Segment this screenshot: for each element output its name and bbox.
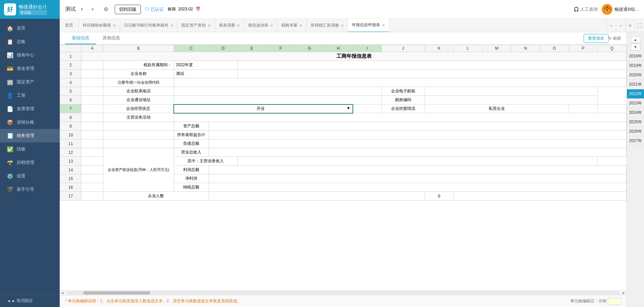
- topbar-add-btn[interactable]: ＋: [88, 5, 97, 14]
- tab-expand-btn[interactable]: ⛶: [635, 19, 644, 32]
- cell-2a[interactable]: [82, 61, 103, 70]
- cell-5j[interactable]: 企业电子邮箱: [381, 87, 425, 96]
- cell-15a[interactable]: [82, 174, 103, 183]
- tab-income-tax[interactable]: 所得税汇算清缴 ×: [307, 19, 348, 32]
- cell-17k[interactable]: 0: [425, 192, 453, 201]
- scroll-track[interactable]: [66, 291, 620, 295]
- cell-12b[interactable]: 企业资产状况信息(币种：人民币万元): [103, 148, 174, 192]
- tab-close-icon[interactable]: ×: [341, 23, 343, 28]
- cell-13c-d[interactable]: 其中：主营业务收入: [174, 157, 237, 166]
- cell-7b[interactable]: 企业经营状态: [103, 104, 174, 113]
- sidebar-item-tax[interactable]: 🧾 税务管理: [0, 129, 60, 142]
- sub-tab-basic[interactable]: 基础信息: [65, 32, 96, 44]
- col-header-j[interactable]: J: [381, 45, 425, 52]
- sidebar-item-settle[interactable]: ✅ 结账: [0, 142, 60, 156]
- scroll-right-btn[interactable]: ►: [621, 291, 627, 295]
- cell-5b[interactable]: 企业联系电话: [103, 87, 174, 96]
- cell-3e-q[interactable]: [237, 70, 626, 78]
- cell-6j[interactable]: 邮政编码: [381, 96, 425, 104]
- col-header-q[interactable]: Q: [598, 45, 627, 52]
- cell-13a[interactable]: [82, 157, 103, 166]
- tab-close-icon[interactable]: ×: [208, 23, 210, 28]
- cell-11c[interactable]: 负债总额: [174, 139, 209, 148]
- tab-close-icon[interactable]: ×: [237, 23, 240, 28]
- right-panel-down-btn[interactable]: ▼: [631, 44, 640, 50]
- scroll-thumb[interactable]: [83, 291, 150, 295]
- right-panel-year-2024[interactable]: 2024年: [627, 108, 644, 118]
- sidebar-item-capital[interactable]: 💳 资金管理: [0, 62, 60, 75]
- cell-17b-c[interactable]: 从业人数: [103, 192, 209, 201]
- cell-11b[interactable]: [103, 139, 174, 148]
- col-header-o[interactable]: O: [540, 45, 569, 52]
- tab-home[interactable]: 首页: [60, 19, 79, 32]
- cell-3b[interactable]: 企业名称: [103, 70, 174, 78]
- cell-15d-q[interactable]: [209, 174, 626, 183]
- cell-9a[interactable]: [82, 122, 103, 131]
- tab-next-btn[interactable]: ›: [616, 19, 625, 32]
- refresh-btn[interactable]: ↻ 刷新: [608, 36, 621, 41]
- right-panel-year-2020[interactable]: 2020年: [627, 71, 644, 80]
- sidebar-item-report[interactable]: 📊 报表中心: [0, 48, 60, 62]
- topbar-user[interactable]: 🐯 畅捷通B组...: [602, 4, 639, 15]
- sidebar-item-home[interactable]: 🏠 首页: [0, 21, 60, 35]
- cell-7i[interactable]: [353, 104, 382, 113]
- col-header-i[interactable]: I: [353, 45, 382, 52]
- cell-10d-q[interactable]: [209, 131, 626, 139]
- sidebar-item-settings[interactable]: ⚙️ 设置: [0, 169, 60, 183]
- sheet-title[interactable]: 工商年报信息表: [82, 52, 627, 61]
- cell-9b[interactable]: [103, 122, 174, 131]
- cell-7a[interactable]: [82, 104, 103, 113]
- cell-17a[interactable]: [82, 192, 103, 201]
- right-panel-year-2027[interactable]: 2027年: [627, 136, 644, 146]
- right-panel-year-2025[interactable]: 2025年: [627, 118, 644, 127]
- calendar-icon[interactable]: 📅: [196, 7, 201, 11]
- cell-14c[interactable]: 利润总额: [174, 166, 209, 174]
- sidebar-item-stock[interactable]: 📦 进销台账: [0, 116, 60, 129]
- tab-close-all-btn[interactable]: ×: [625, 19, 635, 32]
- sidebar-item-assets[interactable]: 🏢 固定资产: [0, 75, 60, 89]
- cell-16d-q[interactable]: [209, 183, 626, 192]
- cell-12a[interactable]: [82, 148, 103, 157]
- scroll-left-btn[interactable]: ◄: [60, 291, 65, 295]
- sidebar-collapse-btn[interactable]: ◄◄ 取消固定: [0, 294, 60, 307]
- cell-17d-j[interactable]: [209, 192, 425, 201]
- right-panel-year-2018[interactable]: 2018年: [627, 52, 644, 61]
- tab-journal[interactable]: 日记账与银行对账单核对 ×: [120, 19, 177, 32]
- cell-14a[interactable]: [82, 166, 103, 174]
- tab-close-icon[interactable]: ×: [270, 23, 273, 28]
- cell-10a[interactable]: [82, 131, 103, 139]
- tab-annual-report[interactable]: 年报信息申报表 ×: [348, 19, 389, 32]
- sidebar-item-archive[interactable]: 🗃️ 归档管理: [0, 156, 60, 169]
- cell-16c[interactable]: 纳税总额: [174, 183, 209, 192]
- cell-7q[interactable]: [598, 104, 627, 113]
- tab-asset[interactable]: 固定资产类别 ×: [177, 19, 215, 32]
- cell-7p[interactable]: [569, 104, 598, 113]
- horizontal-scrollbar[interactable]: ◄ ►: [60, 290, 627, 295]
- tab-close-icon[interactable]: ×: [382, 23, 385, 28]
- cell-17l-q[interactable]: [453, 192, 626, 201]
- sidebar-item-salary[interactable]: 👤 工资: [0, 89, 60, 102]
- sidebar-item-invoice[interactable]: 📄 发票管理: [0, 102, 60, 116]
- tab-tax-form[interactable]: 税表清册 ×: [215, 19, 244, 32]
- cell-11d-q[interactable]: [209, 139, 626, 148]
- col-header-b[interactable]: B: [103, 45, 174, 52]
- right-panel-year-2021[interactable]: 2021年: [627, 80, 644, 89]
- sub-tab-other[interactable]: 其他信息: [96, 32, 127, 44]
- right-panel-year-2019[interactable]: 2019年: [627, 61, 644, 71]
- tab-tax-wave[interactable]: 税负波动表 ×: [244, 19, 277, 32]
- tab-close-icon[interactable]: ×: [300, 23, 302, 28]
- topbar-dropdown-icon[interactable]: ▼: [80, 7, 84, 12]
- cell-2e-q[interactable]: [237, 61, 626, 70]
- cell-4c-q[interactable]: [174, 78, 626, 87]
- topbar-settings-btn[interactable]: ⚙: [101, 5, 111, 14]
- col-header-k[interactable]: K: [425, 45, 453, 52]
- cell-6k-q[interactable]: [425, 96, 597, 104]
- col-header-n[interactable]: N: [511, 45, 540, 52]
- cell-3cd[interactable]: 测试: [174, 70, 237, 78]
- col-header-a[interactable]: A: [82, 45, 103, 52]
- cell-8c-q[interactable]: [174, 113, 626, 122]
- col-header-d[interactable]: D: [209, 45, 237, 52]
- cell-7j[interactable]: 企业控股情况: [381, 104, 425, 113]
- cell-5k-q[interactable]: [425, 87, 597, 96]
- reset-btn[interactable]: 重置报表: [584, 34, 608, 43]
